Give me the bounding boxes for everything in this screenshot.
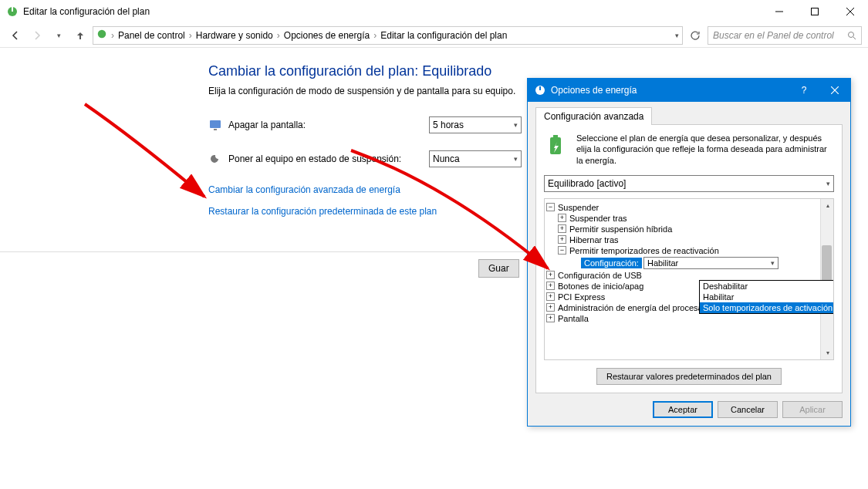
sleep-select[interactable]: Nunca▾ [429,150,522,167]
tree-node[interactable]: Suspender tras [569,214,627,223]
dialog-title: Opciones de energía [551,85,789,96]
chevron-down-icon[interactable]: ▾ [675,32,679,39]
chevron-down-icon: ▾ [514,155,518,163]
search-input[interactable]: Buscar en el Panel de control [708,26,862,45]
display-off-label: Apagar la pantalla: [228,120,429,130]
tab-advanced[interactable]: Configuración avanzada [535,107,652,125]
forward-button[interactable] [28,26,46,45]
expand-icon[interactable]: + [546,303,555,312]
dialog-icon [534,84,546,96]
help-button[interactable]: ? [789,79,819,102]
expand-icon[interactable]: + [558,235,566,244]
expand-icon[interactable]: + [546,271,555,279]
config-label: Configuración: [581,258,642,268]
titlebar: Editar la configuración del plan [0,0,868,23]
svg-rect-3 [812,8,819,15]
svg-rect-16 [553,135,558,137]
breadcrumb-icon [96,29,107,42]
apply-button[interactable]: Aplicar [782,401,843,418]
svg-rect-9 [210,120,221,128]
battery-icon [544,133,569,157]
chevron-down-icon: ▾ [514,121,518,129]
recent-dropdown[interactable]: ▾ [49,26,68,45]
dialog-description: Seleccione el plan de energía que desea … [576,133,834,166]
svg-point-6 [98,30,106,39]
breadcrumb-item[interactable]: Panel de control [118,30,185,41]
settings-tree[interactable]: −Suspender +Suspender tras +Permitir sus… [544,198,834,360]
scroll-up-icon[interactable]: ▴ [821,199,834,212]
restore-defaults-button[interactable]: Restaurar valores predeterminados del pl… [596,368,782,385]
maximize-button[interactable] [797,0,833,23]
app-icon [6,5,19,18]
collapse-icon[interactable]: − [558,246,566,255]
svg-rect-10 [214,129,217,130]
search-placeholder: Buscar en el Panel de control [713,30,847,41]
collapse-icon[interactable]: − [546,203,555,211]
page-title: Cambiar la configuración del plan: Equil… [208,63,837,79]
svg-rect-1 [12,7,13,12]
expand-icon[interactable]: + [546,292,555,301]
dropdown-option[interactable]: Deshabilitar [700,281,834,292]
tree-node-suspend[interactable]: Suspender [558,203,599,212]
scrollbar[interactable]: ▴ ▾ [820,199,833,359]
plan-select[interactable]: Equilibrado [activo]▾ [544,175,834,192]
cancel-button[interactable]: Cancelar [718,401,778,418]
dialog-titlebar: Opciones de energía ? [528,79,850,102]
minimize-button[interactable] [762,0,797,23]
dropdown-option[interactable]: Habilitar [700,292,834,302]
display-off-select[interactable]: 5 horas▾ [429,116,522,133]
config-dropdown[interactable]: Deshabilitar Habilitar Solo temporizador… [699,280,834,314]
refresh-button[interactable] [686,26,704,45]
chevron-right-icon: › [187,30,194,41]
back-button[interactable] [6,26,25,45]
expand-icon[interactable]: + [558,224,566,233]
up-button[interactable] [71,26,90,45]
chevron-right-icon: › [371,30,379,41]
dialog-close-button[interactable] [819,79,850,102]
svg-point-7 [849,32,854,37]
config-select[interactable]: Habilitar▾ [643,257,778,269]
chevron-right-icon: › [275,30,282,41]
expand-icon[interactable]: + [546,314,555,322]
separator [0,251,528,252]
window-title: Editar la configuración del plan [23,6,762,17]
breadcrumb[interactable]: › Panel de control › Hardware y sonido ›… [93,26,683,45]
chevron-down-icon: ▾ [771,259,775,267]
breadcrumb-item[interactable]: Opciones de energía [284,30,370,41]
tree-node[interactable]: Administración de energía del procesador [558,303,715,312]
search-icon [847,31,856,40]
tree-node[interactable]: Permitir suspensión híbrida [569,224,672,234]
chevron-right-icon: › [109,30,117,41]
breadcrumb-item[interactable]: Editar la configuración del plan [380,30,507,41]
chevron-down-icon: ▾ [826,180,830,187]
display-icon [208,118,222,132]
tree-node[interactable]: Hibernar tras [569,235,619,244]
expand-icon[interactable]: + [546,282,555,290]
svg-rect-12 [539,86,541,90]
scroll-down-icon[interactable]: ▾ [821,346,834,359]
tree-node[interactable]: Configuración de USB [558,271,642,280]
power-options-dialog: Opciones de energía ? Configuración avan… [527,78,851,427]
save-button[interactable]: Guar [478,259,519,278]
breadcrumb-item[interactable]: Hardware y sonido [196,30,273,41]
svg-line-8 [853,37,856,39]
tree-node[interactable]: PCI Express [558,292,605,302]
tree-node[interactable]: Botones de inicio/apag [558,282,643,291]
tree-node-wake-timers[interactable]: Permitir temporizadores de reactivación [569,246,719,255]
toolbar: ▾ › Panel de control › Hardware y sonido… [0,23,868,48]
close-button[interactable] [833,0,868,23]
tree-node[interactable]: Pantalla [558,314,589,323]
sleep-icon [208,152,222,166]
dropdown-option-selected[interactable]: Solo temporizadores de activación import… [700,302,834,313]
expand-icon[interactable]: + [558,214,566,222]
sleep-label: Poner al equipo en estado de suspensión: [228,153,429,164]
ok-button[interactable]: Aceptar [653,401,713,418]
